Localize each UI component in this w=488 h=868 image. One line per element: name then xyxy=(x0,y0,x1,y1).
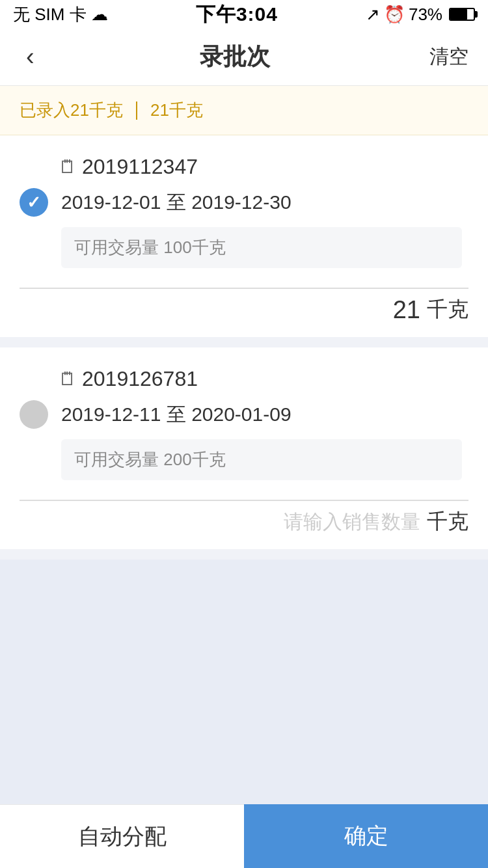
batch-id-1: 2019112347 xyxy=(82,155,198,179)
clear-button[interactable]: 清空 xyxy=(429,44,468,70)
batch-item-2: 🗒 2019126781 2019-12-11 至 2020-01-09 可用交… xyxy=(0,347,488,500)
qty-unit-2: 千克 xyxy=(427,508,468,536)
batch-card-2: 🗒 2019126781 2019-12-11 至 2020-01-09 可用交… xyxy=(0,347,488,549)
footer: 自动分配 确定 xyxy=(0,804,488,868)
recorded-label: 已录入21千克 xyxy=(20,99,123,122)
checkmark-icon-1: ✓ xyxy=(27,193,41,213)
battery-icon xyxy=(449,8,475,21)
batch-id-row-2: 🗒 2019126781 xyxy=(20,367,468,391)
auto-distribute-label: 自动分配 xyxy=(78,822,167,852)
status-right: ↗ ⏰ 73% xyxy=(366,5,475,25)
batch-id-row-1: 🗒 2019112347 xyxy=(20,155,468,179)
batch-card-1: 🗒 2019112347 ✓ 2019-12-01 至 2019-12-30 可… xyxy=(0,135,488,337)
back-button[interactable]: ‹ xyxy=(20,36,41,77)
alarm-icon: ⏰ xyxy=(384,5,405,25)
location-icon: ↗ xyxy=(366,5,380,25)
confirm-label: 确定 xyxy=(344,821,388,851)
info-banner: 已录入21千克 21千克 xyxy=(0,86,488,135)
batch-doc-icon-1: 🗒 xyxy=(59,156,77,178)
batch-date-row-2[interactable]: 2019-12-11 至 2020-01-09 xyxy=(20,400,468,429)
content-area: 🗒 2019112347 ✓ 2019-12-01 至 2019-12-30 可… xyxy=(0,135,488,859)
batch-item-1: 🗒 2019112347 ✓ 2019-12-01 至 2019-12-30 可… xyxy=(0,135,488,288)
batch-date-row-1[interactable]: ✓ 2019-12-01 至 2019-12-30 xyxy=(20,188,468,217)
batch-date-2: 2019-12-11 至 2020-01-09 xyxy=(61,401,291,428)
available-qty-1: 可用交易量 100千克 xyxy=(61,227,462,268)
sim-text: 无 SIM 卡 ☁ xyxy=(13,3,108,26)
available-qty-2: 可用交易量 200千克 xyxy=(61,439,462,480)
status-time: 下午3:04 xyxy=(196,1,278,28)
batch-checkbox-1[interactable]: ✓ xyxy=(20,188,48,217)
info-divider xyxy=(136,102,137,120)
status-left: 无 SIM 卡 ☁ xyxy=(13,3,108,26)
batch-date-1: 2019-12-01 至 2019-12-30 xyxy=(61,189,291,216)
qty-input-row-2[interactable]: 请输入销售数量 千克 xyxy=(0,501,488,549)
qty-row-1: 21 千克 xyxy=(0,289,488,337)
status-bar: 无 SIM 卡 ☁ 下午3:04 ↗ ⏰ 73% xyxy=(0,0,488,29)
battery-percentage: 73% xyxy=(409,5,442,25)
confirm-button[interactable]: 确定 xyxy=(244,804,488,868)
batch-checkbox-2[interactable] xyxy=(20,400,48,429)
batch-id-2: 2019126781 xyxy=(82,367,198,391)
qty-placeholder-2[interactable]: 请输入销售数量 xyxy=(284,509,420,536)
auto-distribute-button[interactable]: 自动分配 xyxy=(0,804,244,868)
qty-value-1[interactable]: 21 xyxy=(393,296,420,324)
batch-doc-icon-2: 🗒 xyxy=(59,368,77,390)
qty-unit-1: 千克 xyxy=(427,295,468,324)
amount-label: 21千克 xyxy=(150,99,203,122)
nav-bar: ‹ 录批次 清空 xyxy=(0,29,488,86)
page-title: 录批次 xyxy=(200,41,270,73)
